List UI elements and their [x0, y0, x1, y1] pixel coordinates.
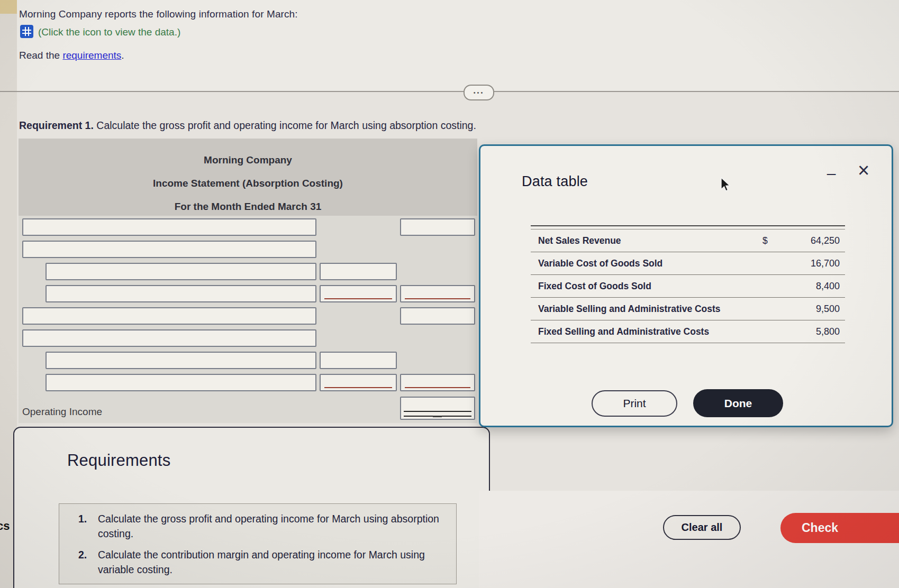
row-value: 9,500	[776, 304, 845, 315]
row-value: 5,800	[776, 326, 845, 337]
top-left-corner-block	[0, 0, 17, 14]
requirement-1-heading: Requirement 1. Calculate the gross profi…	[19, 120, 476, 132]
clear-all-button[interactable]: Clear all	[663, 515, 741, 540]
table-row: Net Sales Revenue $ 64,250	[531, 229, 845, 252]
data-table-dialog: Data table – × Net Sales Revenue $ 64,25…	[479, 144, 893, 427]
close-icon[interactable]: ×	[853, 160, 874, 181]
requirement-1-label: Requirement 1.	[19, 120, 94, 131]
row-value: 16,700	[776, 258, 845, 269]
check-button[interactable]: Check	[780, 513, 899, 543]
requirement-item-number: 1.	[78, 511, 98, 541]
table-row: Variable Selling and Administrative Cost…	[531, 298, 845, 320]
row-currency: $	[762, 235, 776, 246]
row-label: Fixed Cost of Goods Sold	[531, 281, 762, 292]
statement-account-input[interactable]	[46, 374, 316, 391]
icon-caption: (Click the icon to view the data.)	[38, 26, 180, 38]
statement-account-input[interactable]	[22, 307, 316, 325]
requirements-link[interactable]: requirements	[62, 50, 121, 61]
intro-text: Morning Company reports the following in…	[19, 8, 298, 20]
statement-account-input[interactable]	[46, 352, 316, 369]
statement-account-input[interactable]	[22, 329, 316, 347]
left-edge-text-fragment: cs	[0, 519, 10, 533]
statement-account-input[interactable]	[46, 285, 316, 302]
requirement-item: 1. Calculate the gross profit and operat…	[78, 511, 456, 541]
minimize-icon[interactable]: –	[823, 166, 839, 181]
row-label: Variable Cost of Goods Sold	[531, 258, 762, 269]
requirement-item-text: Calculate the contribution margin and op…	[98, 547, 439, 577]
statement-total-input[interactable]	[400, 307, 475, 325]
statement-amount-input[interactable]	[320, 352, 397, 369]
table-row: Fixed Selling and Administrative Costs 5…	[531, 320, 845, 343]
row-label: Net Sales Revenue	[531, 235, 762, 246]
page-background: { "page": { "intro_line": "Morning Compa…	[0, 0, 899, 588]
row-value: 8,400	[776, 281, 845, 292]
read-prefix: Read the	[19, 50, 62, 61]
income-statement-form: Morning Company Income Statement (Absorp…	[19, 139, 477, 423]
row-label: Variable Selling and Administrative Cost…	[531, 304, 762, 315]
read-suffix: .	[121, 50, 124, 61]
statement-amount-input[interactable]	[320, 263, 397, 280]
statement-header: Morning Company Income Statement (Absorp…	[19, 139, 477, 216]
data-table: Net Sales Revenue $ 64,250 Variable Cost…	[531, 225, 845, 343]
requirements-minimize-dash[interactable]	[433, 416, 442, 417]
statement-total-input[interactable]	[400, 218, 475, 236]
table-top-rule	[531, 225, 845, 229]
statement-amount-input[interactable]	[320, 374, 397, 391]
print-button[interactable]: Print	[592, 390, 677, 417]
statement-account-input[interactable]	[22, 218, 316, 236]
mouse-cursor	[720, 177, 731, 192]
requirements-title: Requirements	[67, 451, 170, 470]
statement-total-input[interactable]	[400, 285, 475, 302]
requirements-list: 1. Calculate the gross profit and operat…	[59, 503, 457, 584]
table-row: Variable Cost of Goods Sold 16,700	[531, 252, 845, 275]
statement-title-period: For the Month Ended March 31	[19, 201, 477, 213]
statement-title-type: Income Statement (Absorption Costing)	[19, 178, 477, 189]
dialog-title: Data table	[522, 173, 588, 190]
done-button[interactable]: Done	[693, 389, 783, 417]
statement-title-company: Morning Company	[19, 154, 477, 166]
requirement-item-text: Calculate the gross profit and operating…	[98, 511, 439, 541]
requirement-1-text: Calculate the gross profit and operating…	[94, 120, 476, 131]
row-label: Fixed Selling and Administrative Costs	[531, 326, 762, 337]
row-value: 64,250	[776, 235, 845, 246]
requirement-item: 2. Calculate the contribution margin and…	[78, 547, 456, 577]
operating-income-label: Operating Income	[22, 406, 102, 418]
read-requirements-text: Read the requirements.	[19, 50, 124, 61]
requirements-panel: Requirements 1. Calculate the gross prof…	[13, 427, 490, 588]
statement-account-input[interactable]	[46, 263, 316, 280]
statement-account-input[interactable]	[22, 241, 316, 258]
statement-amount-input[interactable]	[320, 285, 397, 302]
table-row: Fixed Cost of Goods Sold 8,400	[531, 275, 845, 298]
statement-total-input[interactable]	[400, 374, 475, 391]
section-divider	[0, 91, 899, 92]
divider-expand-button[interactable]: •••	[464, 85, 494, 100]
requirement-item-number: 2.	[78, 547, 98, 577]
data-table-icon[interactable]	[20, 25, 33, 38]
